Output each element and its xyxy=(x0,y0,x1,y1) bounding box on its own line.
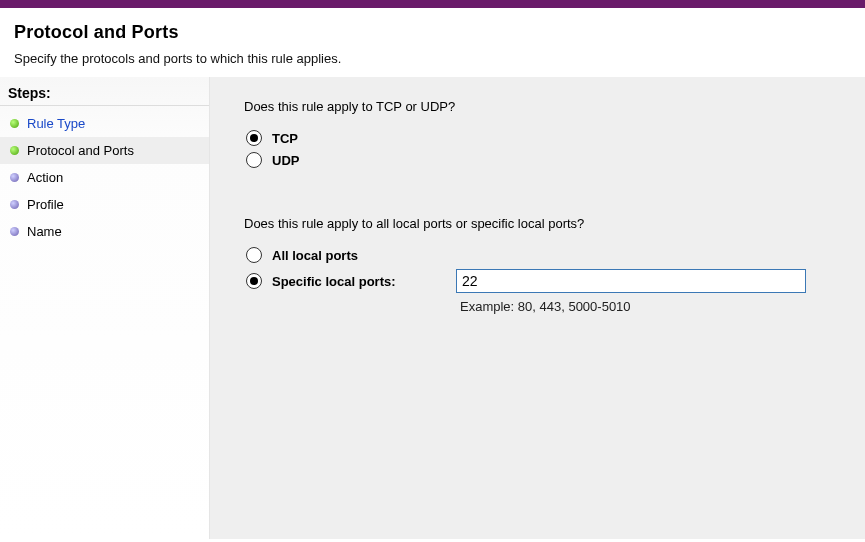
page-title: Protocol and Ports xyxy=(14,22,851,43)
radio-icon xyxy=(246,130,262,146)
step-label: Profile xyxy=(27,197,64,212)
wizard-body: Steps: Rule Type Protocol and Ports Acti… xyxy=(0,77,865,539)
ports-option-specific[interactable]: Specific local ports: xyxy=(246,273,446,289)
step-label: Rule Type xyxy=(27,116,85,131)
step-profile[interactable]: Profile xyxy=(0,191,209,218)
radio-label: Specific local ports: xyxy=(272,274,396,289)
protocol-option-udp[interactable]: UDP xyxy=(246,152,835,168)
step-label: Action xyxy=(27,170,63,185)
specific-ports-input[interactable] xyxy=(456,269,806,293)
ports-example-text: Example: 80, 443, 5000-5010 xyxy=(460,299,835,314)
wizard-main-panel: Does this rule apply to TCP or UDP? TCP … xyxy=(210,77,865,539)
step-label: Protocol and Ports xyxy=(27,143,134,158)
steps-list: Rule Type Protocol and Ports Action Prof… xyxy=(0,106,209,245)
wizard-header: Protocol and Ports Specify the protocols… xyxy=(0,8,865,77)
step-bullet-icon xyxy=(10,119,19,128)
step-bullet-icon xyxy=(10,227,19,236)
radio-label: UDP xyxy=(272,153,299,168)
ports-question: Does this rule apply to all local ports … xyxy=(244,216,835,231)
protocol-question: Does this rule apply to TCP or UDP? xyxy=(244,99,835,114)
step-protocol-and-ports[interactable]: Protocol and Ports xyxy=(0,137,209,164)
steps-sidebar: Steps: Rule Type Protocol and Ports Acti… xyxy=(0,77,210,539)
window-accent-bar xyxy=(0,0,865,8)
radio-icon xyxy=(246,247,262,263)
page-subtitle: Specify the protocols and ports to which… xyxy=(14,51,851,66)
ports-option-specific-row: Specific local ports: xyxy=(246,269,835,293)
radio-label: All local ports xyxy=(272,248,358,263)
step-label: Name xyxy=(27,224,62,239)
step-name[interactable]: Name xyxy=(0,218,209,245)
step-rule-type[interactable]: Rule Type xyxy=(0,110,209,137)
radio-icon xyxy=(246,273,262,289)
protocol-option-tcp[interactable]: TCP xyxy=(246,130,835,146)
step-bullet-icon xyxy=(10,200,19,209)
step-action[interactable]: Action xyxy=(0,164,209,191)
ports-option-all[interactable]: All local ports xyxy=(246,247,835,263)
steps-heading: Steps: xyxy=(0,83,209,106)
step-bullet-icon xyxy=(10,173,19,182)
radio-label: TCP xyxy=(272,131,298,146)
radio-icon xyxy=(246,152,262,168)
step-bullet-icon xyxy=(10,146,19,155)
